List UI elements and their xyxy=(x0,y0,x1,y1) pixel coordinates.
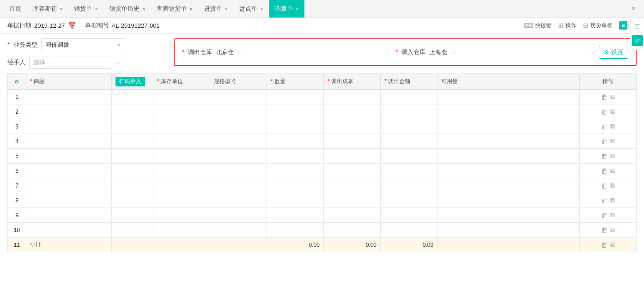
copy-icon[interactable]: ⧉ xyxy=(610,122,615,130)
scan-button[interactable]: 扫码录入 xyxy=(115,77,145,86)
cost-cell[interactable] xyxy=(323,149,380,164)
spec-cell[interactable] xyxy=(210,208,267,223)
cost-cell[interactable] xyxy=(323,134,380,149)
shortcuts-button[interactable]: ⌨ 快捷键 xyxy=(524,22,552,30)
product-cell[interactable] xyxy=(26,149,112,164)
delete-icon[interactable]: 🗑 xyxy=(601,153,608,160)
available-cell[interactable] xyxy=(437,90,580,104)
quantity-cell[interactable] xyxy=(267,208,323,223)
available-cell[interactable] xyxy=(437,149,580,164)
unit-cell2[interactable] xyxy=(153,223,210,238)
cost-cell[interactable] xyxy=(323,178,380,193)
amount-cell[interactable] xyxy=(381,223,437,238)
delete-icon[interactable]: 🗑 xyxy=(601,241,608,249)
spec-cell[interactable] xyxy=(210,119,267,134)
available-cell[interactable] xyxy=(437,164,580,178)
unit-cell2[interactable] xyxy=(153,134,210,149)
quantity-cell[interactable] xyxy=(267,223,323,238)
quantity-cell[interactable] xyxy=(267,134,323,149)
delete-icon[interactable]: 🗑 xyxy=(601,123,608,130)
copy-icon[interactable]: ⧉ xyxy=(610,211,615,219)
unit-cell2[interactable] xyxy=(153,208,210,223)
copy-icon[interactable]: ⧉ xyxy=(610,167,615,175)
sidebar-expand-icon[interactable]: ⤢ xyxy=(632,35,643,46)
amount-cell[interactable] xyxy=(381,90,437,104)
copy-icon[interactable]: ⧉ xyxy=(610,93,615,101)
copy-icon[interactable]: ⧉ xyxy=(610,226,615,234)
spec-cell[interactable] xyxy=(210,223,267,238)
unit-cell[interactable] xyxy=(111,104,153,119)
copy-icon[interactable]: ⧉ xyxy=(610,196,615,204)
delete-icon[interactable]: 🗑 xyxy=(601,167,608,175)
spec-cell[interactable] xyxy=(210,149,267,164)
close-tab-view-sales[interactable]: × xyxy=(189,6,192,12)
spec-cell[interactable] xyxy=(210,178,267,193)
product-cell[interactable] xyxy=(26,164,112,178)
settings-button[interactable]: ⚙ 设置 xyxy=(599,46,628,59)
amount-cell[interactable] xyxy=(381,178,437,193)
unit-cell2[interactable] xyxy=(153,119,210,134)
unit-cell[interactable] xyxy=(111,90,153,104)
unit-cell[interactable] xyxy=(111,134,153,149)
close-tab-sales-history[interactable]: × xyxy=(142,6,145,12)
spec-cell[interactable] xyxy=(210,90,267,104)
cost-cell[interactable] xyxy=(323,119,380,134)
cost-cell[interactable] xyxy=(323,208,380,223)
copy-icon[interactable]: ⧉ xyxy=(610,152,615,160)
unit-cell2[interactable] xyxy=(153,149,210,164)
close-tab-stocktake[interactable]: × xyxy=(260,6,263,12)
table-settings-icon[interactable]: ⚙ xyxy=(14,79,19,85)
amount-cell[interactable] xyxy=(381,119,437,134)
tab-transfer[interactable]: 调拨单 × xyxy=(269,0,304,18)
product-cell[interactable] xyxy=(26,208,112,223)
unit-cell[interactable] xyxy=(111,119,153,134)
spec-cell[interactable] xyxy=(210,164,267,178)
amount-cell[interactable] xyxy=(381,104,437,119)
delete-icon[interactable]: 🗑 xyxy=(601,182,608,189)
amount-cell[interactable] xyxy=(381,164,437,178)
cost-cell[interactable] xyxy=(323,90,380,104)
business-type-select[interactable]: 同价调拨 ▾ xyxy=(41,38,124,51)
delete-icon[interactable]: 🗑 xyxy=(601,108,608,116)
quantity-cell[interactable] xyxy=(267,149,323,164)
quantity-cell[interactable] xyxy=(267,90,323,104)
delete-icon[interactable]: 🗑 xyxy=(601,93,608,101)
unit-cell[interactable] xyxy=(111,164,153,178)
close-tab-purchase-order[interactable]: × xyxy=(225,6,228,12)
tab-home[interactable]: 首页 xyxy=(4,0,27,18)
quantity-cell[interactable] xyxy=(267,119,323,134)
unit-cell[interactable] xyxy=(111,178,153,193)
unit-cell2[interactable] xyxy=(153,178,210,193)
tab-purchase-order[interactable]: 进货单 × xyxy=(199,0,234,18)
product-cell[interactable] xyxy=(26,134,112,149)
unit-cell[interactable] xyxy=(111,193,153,208)
product-cell[interactable] xyxy=(26,223,112,238)
product-cell[interactable] xyxy=(26,90,112,104)
tab-sales-order[interactable]: 销货单 × xyxy=(68,0,103,18)
warehouse-in-more-button[interactable]: ··· xyxy=(451,49,456,56)
product-cell[interactable] xyxy=(26,193,112,208)
copy-icon[interactable]: ⧉ xyxy=(610,182,615,189)
unit-cell2[interactable] xyxy=(153,90,210,104)
available-cell[interactable] xyxy=(437,193,580,208)
unit-cell[interactable] xyxy=(111,149,153,164)
available-cell[interactable] xyxy=(437,134,580,149)
unit-cell2[interactable] xyxy=(153,104,210,119)
spec-cell[interactable] xyxy=(210,193,267,208)
quantity-cell[interactable] xyxy=(267,193,323,208)
spec-cell[interactable] xyxy=(210,104,267,119)
unit-cell[interactable] xyxy=(111,208,153,223)
layout-list-button[interactable]: ≡ xyxy=(619,21,627,30)
copy-icon[interactable]: ⧉ xyxy=(610,137,615,145)
sidebar-list-icon[interactable]: ☰ xyxy=(632,21,643,32)
close-tab-inventory-init[interactable]: × xyxy=(60,6,62,12)
quantity-cell[interactable] xyxy=(267,164,323,178)
available-cell[interactable] xyxy=(437,119,580,134)
amount-cell[interactable] xyxy=(381,149,437,164)
handler-select[interactable]: 选择... xyxy=(29,56,112,69)
product-cell[interactable] xyxy=(26,119,112,134)
available-cell[interactable] xyxy=(437,178,580,193)
available-cell[interactable] xyxy=(437,208,580,223)
tab-stocktake[interactable]: 盘点单 × xyxy=(234,0,269,18)
available-cell[interactable] xyxy=(437,223,580,238)
